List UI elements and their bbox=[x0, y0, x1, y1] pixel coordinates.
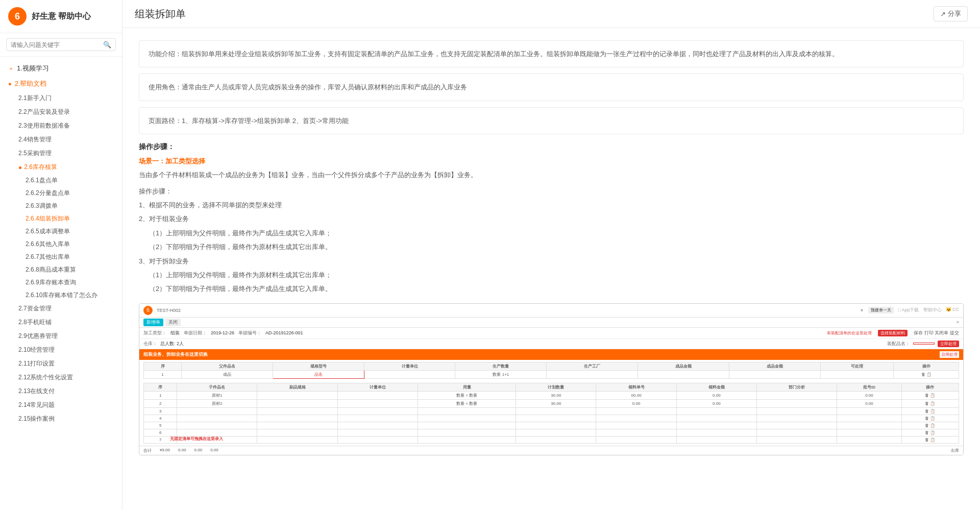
mock-th-parent-name: 父件品名 bbox=[182, 362, 273, 370]
steps-title: 操作步骤： bbox=[139, 142, 964, 152]
sidebar-item-purchase[interactable]: 2.5采购管理 bbox=[0, 147, 122, 160]
mock-footer-ops: 出库 bbox=[951, 448, 959, 453]
mock-footer-in: 0.00 bbox=[194, 448, 203, 453]
sidebar-item-other-in[interactable]: 2.6.6其他入库单 bbox=[0, 238, 122, 251]
sidebar-item-partial-stocktake[interactable]: 2.6.2分量盘点单 bbox=[0, 187, 122, 200]
mock-lower-row-4: 4🗑 📋 bbox=[144, 415, 959, 422]
expand-icon: ＋ bbox=[8, 65, 14, 72]
mock-app-icon: □ App下载 bbox=[898, 307, 919, 313]
mock-date-value: 2019-12-26 bbox=[211, 330, 234, 335]
sidebar-item-install[interactable]: 2.2产品安装及登录 bbox=[0, 105, 122, 119]
sidebar-item-faq[interactable]: 2.14常见问题 bbox=[0, 398, 122, 412]
mock-lower-row-3: 3🗑 📋 bbox=[144, 407, 959, 415]
mock-top-icons: □ App下载 帮助中心 🐱 CC bbox=[898, 307, 959, 313]
mock-lth-sub-unit: 计量单位 bbox=[337, 383, 418, 391]
nav-list: ＋ 1.视频学习 ● 2.帮助文档 2.1新手入门 2.2产品安装及登录 2.3… bbox=[0, 57, 122, 510]
sidebar-item-sales[interactable]: 2.4销售管理 bbox=[0, 133, 122, 147]
sidebar-item-cases[interactable]: 2.15操作案例 bbox=[0, 412, 122, 426]
sidebar-item-customize[interactable]: 2.12系统个性化设置 bbox=[0, 371, 122, 384]
mock-lth-op: 操作 bbox=[901, 383, 959, 391]
breadcrumb: 页面路径：1、库存核算->库存管理->组装拆卸单 2、首页->常用功能 bbox=[149, 117, 349, 125]
sidebar-item-print[interactable]: 2.11打印设置 bbox=[0, 357, 122, 371]
mock-lth-sub-name: 子件品名 bbox=[177, 383, 257, 391]
step-3-sub-1: （1）上部明细为父件明细，最终作为原材料生成其它出库单； bbox=[149, 269, 964, 281]
mock-bom-btn[interactable]: 选择装配材料 bbox=[878, 330, 908, 336]
sidebar-item-stock-ledger[interactable]: 2.6.9库存账本查询 bbox=[0, 276, 122, 289]
mock-warehouse-label: 仓库： bbox=[143, 341, 157, 347]
mock-lth-batch: 批号ID bbox=[837, 383, 902, 391]
mock-th-unit: 计量单位 bbox=[364, 362, 455, 370]
sidebar-item-assembly[interactable]: 2.6.4组装拆卸单 bbox=[0, 212, 122, 225]
share-label: 分享 bbox=[948, 9, 961, 18]
mock-footer-cost: ¥9.00 bbox=[160, 448, 170, 453]
sidebar-item-coupon[interactable]: 2.9优惠券管理 bbox=[0, 329, 122, 343]
mock-form-bar: 加工类型： 组装 单据日期： 2019-12-26 单据编号： AD-20191… bbox=[139, 328, 963, 339]
sidebar-item-inventory[interactable]: ●2.6库存核算 bbox=[0, 160, 122, 174]
mock-upper-cell: 1 bbox=[144, 370, 182, 378]
screenshot-container: 6 TEST-H002 ▼ 预建单一天 □ App下载 帮助中心 🐱 CC 新增… bbox=[139, 303, 964, 455]
step-3: 3、对于拆卸业务 bbox=[139, 255, 964, 267]
sidebar-item-cost-recalc[interactable]: 2.6.8商品成本重算 bbox=[0, 263, 122, 276]
sidebar-item-stocktake[interactable]: 2.6.1盘点单 bbox=[0, 174, 122, 187]
search-icon[interactable]: 🔍 bbox=[103, 41, 111, 48]
annotation-no-bom: 无固定清单可拖拽在这里录入 bbox=[170, 436, 223, 442]
sidebar-item-ops[interactable]: 2.10经营管理 bbox=[0, 343, 122, 357]
mock-dropdown-icon: ▼ bbox=[860, 308, 864, 313]
mock-footer-out: 0.00 bbox=[178, 448, 186, 453]
intro-text-2: 使用角色：通常由生产人员或库管人员完成拆装业务的操作，库管人员确认原材料的出库和… bbox=[149, 83, 467, 91]
mock-th-available: 可处理 bbox=[820, 362, 894, 370]
mock-screen: 6 TEST-H002 ▼ 预建单一天 □ App下载 帮助中心 🐱 CC 新增… bbox=[139, 304, 963, 455]
mock-confirm-btn[interactable]: 立即处理 bbox=[938, 341, 959, 347]
sidebar-item-other-out[interactable]: 2.6.7其他出库单 bbox=[0, 251, 122, 263]
search-box[interactable]: 🔍 bbox=[6, 38, 116, 51]
step-2-sub-1: （1）上部明细为父件明细，最终作为产成品生成其它入库单； bbox=[149, 227, 964, 239]
mock-lower-row-5: 5🗑 📋 bbox=[144, 422, 959, 429]
mock-footer-balance: 0.00 bbox=[210, 448, 218, 453]
mock-lower-row-1: 1 原材1 数量 = 数量 30.00 00.00 0.00 0.00 � bbox=[144, 391, 959, 399]
scene1-desc: 当由多个子件材料组装成一个成品的业务为【组装】业务，当由一个父件拆分成多个子产品… bbox=[139, 169, 964, 181]
sidebar-item-transfer[interactable]: 2.6.3调拨单 bbox=[0, 200, 122, 212]
mock-th-seq: 序 bbox=[144, 362, 182, 370]
step-2-sub-2: （2）下部明细为子件明细，最终作为原材料生成其它出库单。 bbox=[149, 241, 964, 253]
annotation-enable: 启用处理 bbox=[940, 351, 959, 358]
intro-block-1: 功能介绍：组装拆卸单用来处理企业组装或拆卸等加工业务，支持有固定装配清单的产品加… bbox=[139, 40, 964, 67]
share-button[interactable]: ↗ 分享 bbox=[934, 6, 968, 21]
mock-user-icon: 🐱 CC bbox=[946, 307, 960, 313]
mock-bom-input[interactable] bbox=[913, 343, 935, 345]
sidebar-item-finance[interactable]: 2.7资金管理 bbox=[0, 302, 122, 315]
sidebar-item-ledger-fix[interactable]: 2.6.10库存账本错了怎么办 bbox=[0, 289, 122, 302]
app-title: 好生意 帮助中心 bbox=[32, 11, 91, 22]
mock-th-parent-spec: 规格型号 bbox=[273, 362, 364, 370]
sidebar-item-online-pay[interactable]: 2.13在线支付 bbox=[0, 384, 122, 398]
mock-upper-table-area: 序 父件品名 规格型号 计量单位 生产数量 生产工厂 成品金额 成品金额 可处理… bbox=[139, 360, 963, 381]
sidebar-item-help-docs[interactable]: ● 2.帮助文档 bbox=[0, 76, 122, 91]
mock-upper-cell bbox=[638, 370, 729, 378]
mock-th-cost2: 成品金额 bbox=[729, 362, 820, 370]
mock-nav-close: 关闭 bbox=[165, 319, 181, 326]
sidebar-item-videos[interactable]: ＋ 1.视频学习 bbox=[0, 61, 122, 76]
mock-url: TEST-H002 bbox=[157, 308, 855, 313]
mock-lower-row-2: 2 原材2 数量 = 数量 30.00 0.00 0.00 0.00 🗑 bbox=[144, 399, 959, 407]
mock-lth-pick-amt: 领料金额 bbox=[676, 383, 756, 391]
sidebar-item-newbie[interactable]: 2.1新手入门 bbox=[0, 91, 122, 105]
step-1: 1、根据不同的业务，选择不同单据的类型来处理 bbox=[139, 199, 964, 211]
mock-date-label: 单据日期： bbox=[184, 330, 207, 336]
mock-upper-cell: 品名 bbox=[273, 370, 364, 378]
mock-sub-form-bar: 仓库： 总人数: 2人 装配品名： 立即处理 bbox=[139, 339, 963, 349]
step-2: 2、对于组装业务 bbox=[139, 213, 964, 225]
sidebar-item-mobile[interactable]: 2.8手机旺铺 bbox=[0, 315, 122, 329]
mock-type-value: 组装 bbox=[170, 330, 180, 336]
mock-th-qty: 生产数量 bbox=[455, 362, 547, 370]
mock-th-factory: 生产工厂 bbox=[547, 362, 638, 370]
mock-lth-sub-spec: 副品规格 bbox=[257, 383, 337, 391]
mock-action-btns: 保存 打印 关闭单 提交 bbox=[914, 330, 959, 336]
search-input[interactable] bbox=[11, 41, 103, 48]
sidebar-item-cost-adjust[interactable]: 2.6.5成本调整单 bbox=[0, 225, 122, 238]
collapse-icon: ● bbox=[8, 81, 12, 87]
mock-th-op: 操作 bbox=[894, 362, 959, 370]
sidebar-item-data-prep[interactable]: 2.3使用前数据准备 bbox=[0, 119, 122, 133]
mock-upper-cell bbox=[547, 370, 638, 378]
mock-warehouse-count: 总人数: 2人 bbox=[160, 341, 184, 347]
sidebar-section-label: 1.视频学习 bbox=[17, 64, 49, 73]
scene1-title: 场景一：加工类型选择 bbox=[139, 157, 964, 166]
